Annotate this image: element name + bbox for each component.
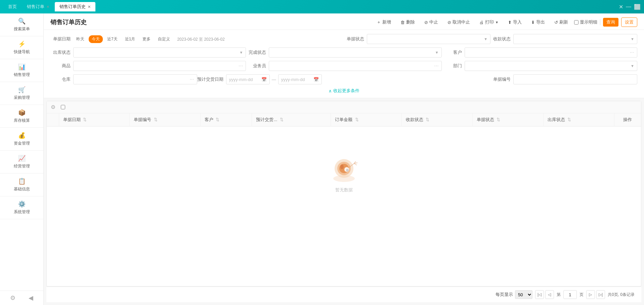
customer-dots-icon[interactable]: ··· <box>630 49 634 55</box>
inventory-calc-icon: 📦 <box>18 109 26 116</box>
product-dots-icon[interactable]: ··· <box>239 63 243 69</box>
per-page-control: 每页显示 10 20 50 100 <box>496 290 532 299</box>
filter-group-complete-status: 完成状态 ▼ <box>246 47 441 58</box>
col-customer-label: 客户 <box>205 117 213 122</box>
last-page-button[interactable]: ▷| <box>596 290 605 299</box>
salesperson-dots-icon[interactable]: ··· <box>434 63 438 69</box>
stop-label: 中止 <box>429 19 438 25</box>
refresh-button[interactable]: ↺ 刷新 <box>551 18 571 27</box>
sidebar-item-quick-nav[interactable]: ⚡ 快捷导航 <box>0 36 43 59</box>
col-out-status-sort-icon: ⇅ <box>567 117 571 122</box>
topbar-minimize-icon[interactable]: — <box>626 4 631 10</box>
sidebar-item-search-menu[interactable]: 🔍 搜索菜单 <box>0 13 43 36</box>
customer-input[interactable]: ··· <box>465 47 637 58</box>
sidebar-settings-icon[interactable]: ⚙ <box>10 294 15 302</box>
pill-yesterday[interactable]: 昨天 <box>73 35 87 43</box>
topbar-maximize-icon[interactable]: ⬜ <box>634 4 641 10</box>
col-expected-date[interactable]: 预计交货... ⇅ <box>252 113 331 126</box>
stop-icon: ⊘ <box>424 20 428 25</box>
import-button[interactable]: ⬆ 导入 <box>505 18 525 27</box>
prev-page-button[interactable]: ◁ <box>545 290 554 299</box>
tab-sales-order-close[interactable]: ✕ <box>46 5 49 9</box>
display-toggle-checkbox[interactable] <box>574 20 578 25</box>
page-number-input[interactable] <box>563 290 577 299</box>
per-page-select[interactable]: 10 20 50 100 <box>515 290 532 299</box>
page-header: 销售订单历史 ＋ 新增 🗑 删除 ⊘ 中止 ⊘ 取消中止 <box>44 13 644 30</box>
sidebar-item-basic-info[interactable]: 📋 基础信息 <box>0 174 43 196</box>
sidebar-item-purchase-mgmt[interactable]: 🛒 采购管理 <box>0 82 43 105</box>
product-input[interactable]: ··· <box>73 61 246 71</box>
complete-status-arrow-icon: ▼ <box>435 50 439 54</box>
sidebar-item-ops-mgmt-label: 经营管理 <box>14 163 30 169</box>
filter-group-product: 商品 ··· <box>50 61 246 71</box>
delete-button[interactable]: 🗑 删除 <box>397 18 418 27</box>
next-page-button[interactable]: ▷ <box>586 290 595 299</box>
warehouse-dots-icon[interactable]: ··· <box>189 76 194 82</box>
stop-button[interactable]: ⊘ 中止 <box>421 18 441 27</box>
query-button[interactable]: 查询 <box>603 18 618 27</box>
col-ops-label: 操作 <box>623 117 632 122</box>
select-all-checkbox[interactable] <box>61 105 65 109</box>
department-select[interactable]: ▼ <box>465 61 637 71</box>
tab-sales-order[interactable]: 销售订单 ✕ <box>22 2 54 11</box>
tab-sales-order-history[interactable]: 销售订单历史 ✕ <box>55 2 95 11</box>
col-bill-status[interactable]: 单据状态 ⇅ <box>472 113 543 126</box>
new-button[interactable]: ＋ 新增 <box>373 18 394 27</box>
settings-button[interactable]: 设置 <box>621 17 637 27</box>
payment-status-label: 收款状态 <box>490 36 511 42</box>
pill-custom[interactable]: 自定义 <box>155 35 173 43</box>
col-ops: 操作 <box>614 113 641 126</box>
main-layout: 🔍 搜索菜单 ⚡ 快捷导航 📊 销售管理 🛒 采购管理 📦 库存核算 💰 资金管… <box>0 13 644 305</box>
cancel-stop-label: 取消中止 <box>453 19 470 25</box>
sidebar-item-search-menu-label: 搜索菜单 <box>14 26 30 32</box>
sidebar-item-inventory-calc-label: 库存核算 <box>14 118 30 123</box>
sidebar-item-sales-mgmt[interactable]: 📊 销售管理 <box>0 59 43 82</box>
pill-more[interactable]: 更多 <box>139 35 154 43</box>
payment-status-select[interactable]: ▼ <box>513 34 637 44</box>
new-label: 新增 <box>382 19 391 25</box>
expected-date-label: 预计交货日期 <box>197 76 223 82</box>
sidebar-item-purchase-mgmt-label: 采购管理 <box>14 95 30 101</box>
col-customer[interactable]: 客户 ⇅ <box>201 113 252 126</box>
sidebar-item-quick-nav-label: 快捷导航 <box>14 49 30 55</box>
calendar-end-icon: 📅 <box>313 77 319 82</box>
data-table: 单据日期 ⇅ 单据编号 ⇅ 客户 ⇅ 预计交货... <box>47 113 641 220</box>
expected-date-end-input[interactable]: yyyy-mm-dd 📅 <box>278 74 322 84</box>
tab-sales-order-history-label: 销售订单历史 <box>59 4 86 10</box>
sidebar-item-system-mgmt[interactable]: ⚙️ 系统管理 <box>0 196 43 219</box>
export-button[interactable]: ⬇ 导出 <box>528 18 548 27</box>
pill-last1m[interactable]: 近1月 <box>122 35 138 43</box>
out-status-select[interactable]: ▼ <box>73 47 246 58</box>
first-page-button[interactable]: |◁ <box>535 290 544 299</box>
col-customer-sort-icon: ⇅ <box>216 117 219 122</box>
tab-sales-order-history-close[interactable]: ✕ <box>88 5 91 9</box>
pill-today[interactable]: 今天 <box>89 35 103 43</box>
col-date-label: 单据日期 <box>63 117 81 122</box>
refresh-label: 刷新 <box>559 19 568 25</box>
col-no[interactable]: 单据编号 ⇅ <box>130 113 201 126</box>
warehouse-input[interactable]: ··· <box>73 74 197 84</box>
col-date[interactable]: 单据日期 ⇅ <box>59 113 130 126</box>
collapse-row[interactable]: ∧ 收起更多条件 <box>50 88 637 94</box>
refresh-icon: ↺ <box>554 20 558 25</box>
pill-last7[interactable]: 近7天 <box>104 35 121 43</box>
bill-no-input[interactable] <box>513 74 637 84</box>
sidebar-item-ops-mgmt[interactable]: 📈 经营管理 <box>0 151 43 174</box>
col-payment-status[interactable]: 收款状态 ⇅ <box>402 113 473 126</box>
sidebar-item-inventory-calc[interactable]: 📦 库存核算 <box>0 105 43 128</box>
sidebar-item-capital-mgmt[interactable]: 💰 资金管理 <box>0 128 43 151</box>
table-settings-icon[interactable]: ⚙ <box>51 104 55 110</box>
complete-status-select[interactable]: ▼ <box>269 47 441 58</box>
date-pills: 昨天 今天 近7天 近1月 更多 自定义 <box>73 35 173 43</box>
col-out-status[interactable]: 出库状态 ⇅ <box>543 113 614 126</box>
salesperson-input[interactable]: ··· <box>269 61 441 71</box>
bill-no-label: 单据编号 <box>490 76 511 82</box>
cancel-stop-button[interactable]: ⊘ 取消中止 <box>444 18 473 27</box>
print-button[interactable]: 🖨 打印 ▼ <box>476 18 502 27</box>
topbar-close-icon[interactable]: ✕ <box>619 4 623 10</box>
sidebar-collapse-icon[interactable]: ◀ <box>29 294 33 302</box>
bill-status-select[interactable]: ▼ <box>367 34 491 44</box>
expected-date-start-input[interactable]: yyyy-mm-dd 📅 <box>226 74 270 84</box>
col-amount[interactable]: 订单金额 ⇅ <box>331 113 402 126</box>
tab-home[interactable]: 首页 <box>3 2 22 11</box>
